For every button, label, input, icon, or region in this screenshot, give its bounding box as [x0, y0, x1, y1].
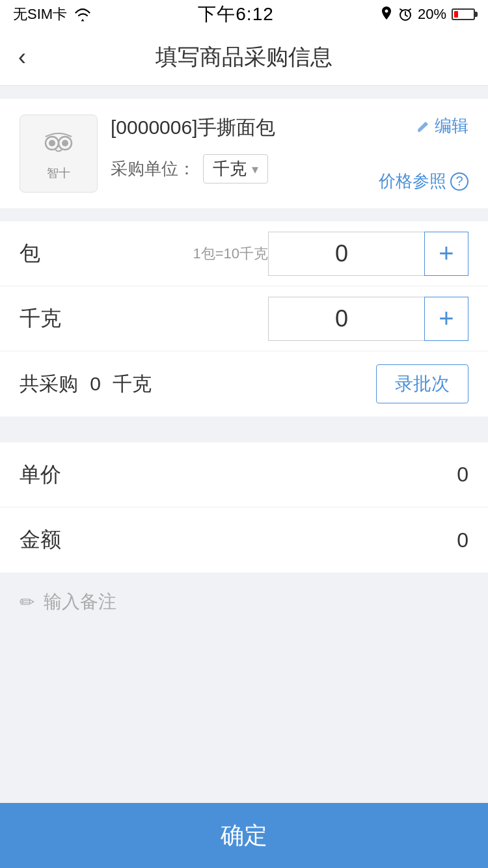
svg-point-3 [49, 140, 55, 146]
bag-sublabel: 1包=10千克 [193, 244, 268, 264]
carrier-text: 无SIM卡 [13, 5, 67, 24]
alarm-icon [398, 7, 413, 22]
back-button[interactable]: ‹ [18, 44, 26, 71]
edit-button[interactable]: 编辑 [416, 115, 468, 137]
bag-plus-button[interactable]: + [424, 232, 468, 276]
chevron-down-icon: ▾ [252, 161, 258, 177]
unit-price-row: 单价 0 [0, 442, 488, 508]
batch-button[interactable]: 录批次 [376, 364, 468, 403]
kg-plus-button[interactable]: + [424, 297, 468, 341]
confirm-button-label: 确定 [221, 820, 267, 852]
kg-label: 千克 [20, 305, 268, 333]
price-section: 单价 0 金额 0 [0, 442, 488, 573]
bag-quantity-input[interactable] [268, 232, 424, 276]
amount-value: 0 [457, 528, 468, 552]
unit-price-label: 单价 [20, 461, 457, 489]
status-time: 下午6:12 [198, 2, 274, 27]
pencil-icon: ✏ [20, 591, 34, 613]
section-divider-1 [0, 208, 488, 221]
section-divider-2 [0, 416, 488, 429]
total-row: 共采购 0 千克 录批次 [0, 351, 488, 416]
bag-label: 包 [20, 239, 187, 268]
battery-text: 20% [418, 6, 446, 23]
battery-icon [452, 8, 475, 20]
amount-row: 金额 0 [0, 508, 488, 573]
footer-area [0, 630, 488, 825]
edit-icon [416, 119, 431, 133]
status-right-group: 20% [380, 6, 475, 23]
product-name: [0000006]手撕面包 [111, 115, 468, 141]
bag-input-row: 包 1包=10千克 + [0, 221, 488, 286]
quantity-input-section: 包 1包=10千克 + 千克 + [0, 221, 488, 351]
status-carrier: 无SIM卡 [13, 5, 92, 24]
kg-input-row: 千克 + [0, 286, 488, 351]
unit-price-value: 0 [457, 463, 468, 487]
total-label: 共采购 0 千克 [20, 371, 376, 398]
confirm-bar[interactable]: 确定 [0, 803, 488, 868]
total-value: 0 [90, 373, 101, 394]
brand-text: 智十 [47, 165, 70, 181]
brand-logo [39, 127, 78, 163]
purchase-unit-label: 采购单位： [111, 157, 195, 180]
page-title: 填写商品采购信息 [156, 42, 332, 72]
kg-input-group: + [268, 297, 468, 341]
status-bar: 无SIM卡 下午6:12 20% [0, 0, 488, 29]
kg-quantity-input[interactable] [268, 297, 424, 341]
amount-label: 金额 [20, 526, 457, 554]
remark-section[interactable]: ✏ 输入备注 [0, 574, 488, 630]
help-icon: ? [450, 172, 468, 191]
remark-placeholder: 输入备注 [44, 590, 116, 614]
bag-input-group: + [268, 232, 468, 276]
price-ref-button[interactable]: 价格参照 ? [379, 170, 468, 193]
location-icon [380, 7, 393, 22]
product-thumbnail: 智十 [20, 115, 98, 193]
product-card: 智十 [0000006]手撕面包 采购单位： 千克 ▾ 编辑 价格参照 ? [0, 99, 488, 208]
nav-bar: ‹ 填写商品采购信息 [0, 29, 488, 86]
unit-select[interactable]: 千克 ▾ [203, 154, 268, 183]
svg-point-4 [62, 140, 68, 146]
wifi-icon [74, 7, 92, 21]
